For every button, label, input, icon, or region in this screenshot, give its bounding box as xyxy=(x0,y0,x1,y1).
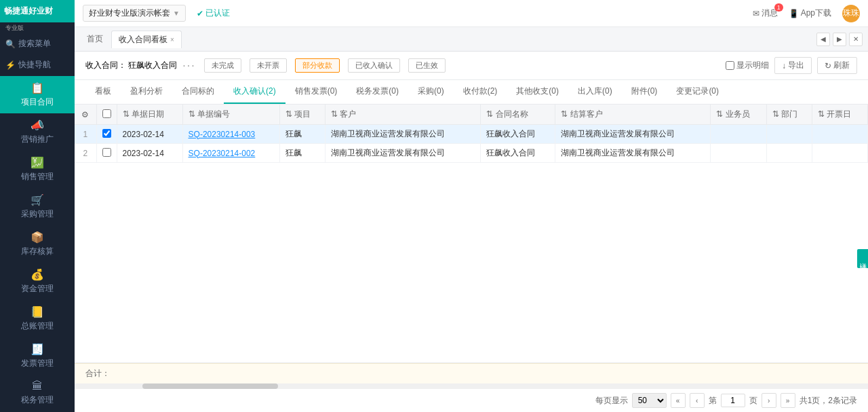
tab-nav-close[interactable]: ✕ xyxy=(849,33,863,46)
sub-tab-contract_std[interactable]: 合同标的 xyxy=(172,80,224,104)
sidebar-search[interactable]: 🔍 搜索菜单 xyxy=(0,34,75,54)
app-icon: 📱 xyxy=(789,9,799,18)
export-btn[interactable]: ↓ 导出 xyxy=(774,57,812,74)
sub-tab-change_log[interactable]: 变更记录(0) xyxy=(667,80,728,104)
sidebar-item-accounts[interactable]: 📒总账管理 xyxy=(0,300,75,337)
sidebar-item-invoice[interactable]: 🧾发票管理 xyxy=(0,337,75,375)
sub-tab-purchase[interactable]: 采购(0) xyxy=(408,80,454,104)
tab-income-contract[interactable]: 收入合同看板 × xyxy=(111,31,182,48)
sidebar-quick-nav[interactable]: ⚡ 快捷导航 xyxy=(0,54,75,76)
topbar-right: ✉ 消息 1 📱 App下载 珠珠 xyxy=(753,5,860,22)
sidebar-item-funds[interactable]: 💰资金管理 xyxy=(0,263,75,300)
horizontal-scrollbar[interactable] xyxy=(75,383,868,389)
row-billing-customer: 湖南卫视商业运营发展有限公司 xyxy=(555,144,711,163)
tab-nav-next[interactable]: ▶ xyxy=(833,33,846,46)
contract-title: 收入合同： 狂飙收入合同 xyxy=(85,60,177,71)
tabbar: 首页 收入合同看板 × ◀ ▶ ✕ xyxy=(75,27,868,52)
sub-tab-warehouse[interactable]: 出入库(0) xyxy=(568,80,622,104)
sub-tab-profit[interactable]: 盈利分析 xyxy=(121,80,172,104)
refresh-btn[interactable]: ↻ 刷新 xyxy=(817,57,857,74)
right-panel-toggle[interactable]: 详情 xyxy=(857,249,868,268)
status-effective[interactable]: 已生效 xyxy=(408,58,446,73)
sub-tabs: 看板盈利分析合同标的收入确认(2)销售发票(0)税务发票(0)采购(0)收付款(… xyxy=(75,80,868,105)
sub-tab-other_receipt[interactable]: 其他收支(0) xyxy=(507,80,568,104)
user-avatar-btn[interactable]: 珠珠 xyxy=(842,5,860,22)
row-number[interactable]: SQ-20230214-002 xyxy=(182,144,279,163)
show-detail-input[interactable] xyxy=(726,61,734,70)
main-content: 好业财专业版演示帐套 ▼ ✔ 已认证 ✉ 消息 1 📱 App下载 珠珠 xyxy=(75,0,868,412)
row-project: 狂飙 xyxy=(279,125,325,144)
row-checkbox-cell[interactable] xyxy=(96,144,117,163)
th-customer: ⇅ 客户 xyxy=(326,105,481,125)
status-incomplete[interactable]: 未完成 xyxy=(204,58,241,73)
sub-tab-income_confirm[interactable]: 收入确认(2) xyxy=(224,80,285,104)
refresh-icon: ↻ xyxy=(825,61,831,71)
sidebar-label-marketing: 营销推广 xyxy=(21,134,54,145)
row-checkbox[interactable] xyxy=(102,148,111,157)
th-settings[interactable]: ⚙ xyxy=(75,105,96,125)
contract-header: 收入合同： 狂飙收入合同 ··· 未完成 未开票 部分收款 已收入确认 已生效 … xyxy=(75,52,868,80)
row-number-link[interactable]: SQ-20230214-003 xyxy=(189,130,256,139)
row-checkbox[interactable] xyxy=(102,129,111,138)
avatar-text: 珠珠 xyxy=(843,7,859,19)
page-prev-btn[interactable]: ‹ xyxy=(690,393,705,408)
export-icon: ↓ xyxy=(782,61,786,71)
sidebar-item-inventory[interactable]: 📦库存核算 xyxy=(0,225,75,263)
sidebar-item-marketing[interactable]: 📣营销推广 xyxy=(0,113,75,151)
row-checkbox-cell[interactable] xyxy=(96,125,117,144)
table-row: 1 2023-02-14 SQ-20230214-003 狂飙 湖南卫视商业运营… xyxy=(75,125,868,144)
row-settings-cell: 1 xyxy=(75,125,96,144)
contract-title-name: 狂飙收入合同 xyxy=(128,60,177,70)
page-next-btn[interactable]: › xyxy=(762,393,776,408)
sub-tab-attachments[interactable]: 附件(0) xyxy=(622,80,667,104)
sidebar-item-purchase[interactable]: 🛒采购管理 xyxy=(0,188,75,225)
sub-tab-sales_invoice[interactable]: 销售发票(0) xyxy=(285,80,347,104)
company-selector[interactable]: 好业财专业版演示帐套 ▼ xyxy=(83,5,186,22)
status-uninvoiced[interactable]: 未开票 xyxy=(250,58,287,73)
row-department xyxy=(766,144,812,163)
certified-badge: ✔ 已认证 xyxy=(197,7,230,19)
contract-more-btn[interactable]: ··· xyxy=(182,60,195,72)
sidebar-label-invoice: 发票管理 xyxy=(21,358,54,369)
status-partial[interactable]: 部分收款 xyxy=(295,58,340,73)
message-badge: 1 xyxy=(774,3,783,12)
sub-tab-payment[interactable]: 收付款(2) xyxy=(454,80,507,104)
avatar: 珠珠 xyxy=(842,5,860,22)
page-number-input[interactable] xyxy=(721,394,745,407)
app-download-btn[interactable]: 📱 App下载 xyxy=(789,7,831,19)
row-number-link[interactable]: SQ-20230214-002 xyxy=(189,149,256,158)
status-confirmed[interactable]: 已收入确认 xyxy=(348,58,400,73)
page-last-btn[interactable]: » xyxy=(781,393,795,408)
per-page-select[interactable]: 20 50 100 xyxy=(632,393,667,408)
sub-tab-kanban[interactable]: 看板 xyxy=(85,80,121,104)
tab-close-icon[interactable]: × xyxy=(170,36,174,43)
table-container[interactable]: ⚙ ⇅ 单据日期 ⇅ 单据编号 ⇅ 项目 ⇅ 客户 ⇅ 合同名称 ⇅ 结算客户 … xyxy=(75,105,868,362)
sidebar-item-sales[interactable]: 💹销售管理 xyxy=(0,151,75,188)
per-page-label: 每页显示 xyxy=(595,395,628,407)
scroll-thumb[interactable] xyxy=(142,383,278,389)
app-download-label: App下载 xyxy=(801,7,831,19)
sidebar-item-project[interactable]: 📋项目合同 xyxy=(0,76,75,113)
table-body: 1 2023-02-14 SQ-20230214-003 狂飙 湖南卫视商业运营… xyxy=(75,125,868,163)
messages-btn[interactable]: ✉ 消息 1 xyxy=(753,7,778,19)
header-actions: 显示明细 ↓ 导出 ↻ 刷新 xyxy=(726,57,857,74)
tab-home-label: 首页 xyxy=(87,34,103,43)
row-number[interactable]: SQ-20230214-003 xyxy=(182,125,279,144)
tab-home[interactable]: 首页 xyxy=(80,31,110,48)
th-checkbox[interactable] xyxy=(96,105,117,125)
sub-tab-tax_invoice[interactable]: 税务发票(0) xyxy=(347,80,408,104)
th-open-date: ⇅ 开票日 xyxy=(812,105,867,125)
show-detail-checkbox[interactable]: 显示明细 xyxy=(726,60,769,71)
row-contract-name: 狂飙收入合同 xyxy=(481,125,555,144)
sidebar: 畅捷通好业财 专业版 🔍 搜索菜单 ⚡ 快捷导航 📋项目合同📣营销推广💹销售管理… xyxy=(0,0,75,412)
table-footer: 合计： 每页显示 20 50 100 « ‹ 第 xyxy=(75,362,868,412)
sidebar-item-tax[interactable]: 🏛税务管理 xyxy=(0,375,75,411)
sidebar-icon-funds: 💰 xyxy=(31,268,44,281)
sidebar-label-sales: 销售管理 xyxy=(21,171,54,183)
sidebar-icon-sales: 💹 xyxy=(31,156,44,169)
page-first-btn[interactable]: « xyxy=(671,393,686,408)
tab-nav-prev[interactable]: ◀ xyxy=(816,33,830,46)
select-all-checkbox[interactable] xyxy=(102,109,111,118)
sidebar-label-accounts: 总账管理 xyxy=(21,320,54,332)
sidebar-icon-marketing: 📣 xyxy=(31,119,44,132)
